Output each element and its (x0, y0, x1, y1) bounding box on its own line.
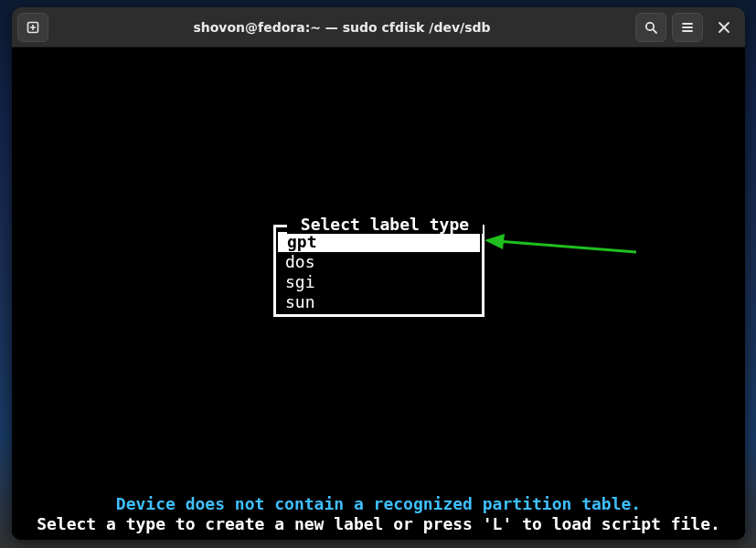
search-button[interactable] (635, 13, 666, 42)
terminal-surface[interactable]: Select label type gpt dos sgi sun Device… (12, 47, 745, 540)
status-line-2: Select a type to create a new label or p… (12, 514, 745, 534)
label-type-list: gpt dos sgi sun (276, 232, 482, 312)
label-option-sgi[interactable]: sgi (276, 272, 482, 292)
label-type-legend: Select label type (287, 215, 483, 234)
menu-button[interactable] (672, 13, 703, 42)
status-area: Device does not contain a recognized par… (12, 494, 745, 534)
window-title: shovon@fedora:~ — sudo cfdisk /dev/sdb (48, 20, 635, 35)
label-option-sun[interactable]: sun (276, 292, 482, 312)
label-type-dialog: Select label type gpt dos sgi sun (273, 225, 484, 317)
annotation-arrow (481, 232, 641, 259)
titlebar: shovon@fedora:~ — sudo cfdisk /dev/sdb (12, 7, 745, 47)
terminal-window: shovon@fedora:~ — sudo cfdisk /dev/sdb (12, 7, 745, 540)
search-icon (644, 20, 658, 35)
status-line-1: Device does not contain a recognized par… (12, 494, 745, 514)
svg-line-4 (653, 29, 656, 33)
new-tab-button[interactable] (17, 13, 48, 42)
hamburger-icon (680, 20, 695, 35)
label-option-dos[interactable]: dos (276, 252, 482, 272)
label-option-gpt[interactable]: gpt (278, 232, 480, 252)
new-tab-icon (26, 20, 40, 35)
close-icon (718, 21, 730, 34)
svg-line-10 (497, 241, 636, 252)
svg-marker-11 (484, 234, 505, 249)
close-button[interactable] (708, 13, 740, 42)
